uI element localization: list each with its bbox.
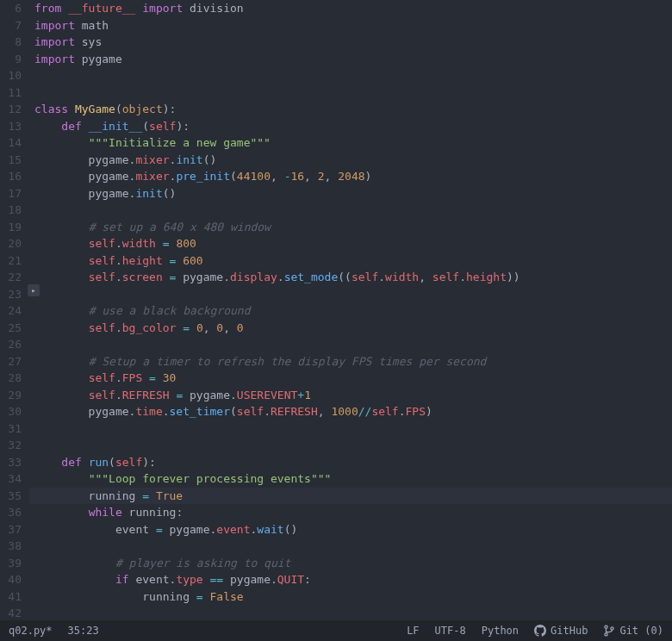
git-branch-icon (603, 625, 615, 637)
line-number: 29 (0, 387, 22, 404)
code-line[interactable]: """Initialize a new game""" (29, 134, 672, 152)
line-number: 21 (0, 252, 22, 270)
line-number: 17 (0, 185, 22, 202)
code-line[interactable]: while running: (29, 504, 672, 521)
status-filename[interactable]: q02.py* (9, 625, 53, 637)
github-icon (534, 625, 546, 637)
line-number: 32 (0, 437, 22, 454)
status-encoding[interactable]: UTF-8 (435, 625, 466, 637)
status-github-label: GitHub (551, 625, 588, 637)
line-number: 27 (0, 353, 22, 370)
line-number: 37 (0, 521, 22, 538)
code-line[interactable] (29, 336, 672, 353)
status-language[interactable]: Python (482, 625, 519, 637)
line-number: 31 (0, 420, 22, 438)
status-git-label: Git (0) (619, 625, 663, 637)
code-editor[interactable]: 6789101112131415161718192021222324252627… (0, 0, 672, 620)
line-number: 16 (0, 168, 22, 185)
line-number: 33 (0, 454, 22, 471)
status-bar: q02.py* 35:23 LF UTF-8 Python GitHub Git… (0, 620, 672, 641)
code-area[interactable]: ▸ from __future__ import divisionimport … (29, 0, 672, 620)
line-number: 20 (0, 235, 22, 252)
line-number: 26 (0, 336, 22, 353)
line-number-gutter: 6789101112131415161718192021222324252627… (0, 0, 29, 620)
code-line[interactable]: self.screen = pygame.display.set_mode((s… (29, 269, 672, 286)
status-github[interactable]: GitHub (534, 625, 588, 637)
line-number: 19 (0, 219, 22, 236)
code-line[interactable]: self.width = 800 (29, 235, 672, 252)
line-number: 34 (0, 470, 22, 488)
code-line[interactable]: def __init__(self): (29, 118, 672, 135)
line-number: 15 (0, 152, 22, 169)
line-number: 10 (0, 67, 22, 84)
code-line[interactable] (29, 420, 672, 438)
status-git[interactable]: Git (0) (603, 625, 663, 637)
code-line[interactable]: def run(self): (29, 454, 672, 471)
line-number: 22 (0, 269, 22, 286)
svg-point-1 (605, 633, 607, 636)
line-number: 40 (0, 571, 22, 588)
code-line[interactable]: class MyGame(object): (29, 101, 672, 118)
line-number: 25 (0, 320, 22, 337)
code-line[interactable]: import sys (29, 34, 672, 51)
line-number: 24 (0, 302, 22, 320)
line-number: 39 (0, 555, 22, 572)
code-line[interactable]: event = pygame.event.wait() (29, 521, 672, 538)
code-line[interactable] (29, 67, 672, 84)
line-number: 7 (0, 17, 22, 34)
code-line[interactable] (29, 437, 672, 454)
code-line[interactable]: # player is asking to quit (29, 555, 672, 572)
code-line[interactable] (29, 84, 672, 102)
code-line[interactable]: if event.type == pygame.QUIT: (29, 571, 672, 588)
line-number: 8 (0, 34, 22, 51)
svg-point-0 (605, 625, 607, 628)
line-number: 11 (0, 84, 22, 102)
line-number: 30 (0, 403, 22, 420)
code-line[interactable] (29, 538, 672, 555)
svg-point-2 (611, 627, 613, 630)
code-line[interactable]: from __future__ import division (29, 0, 672, 17)
code-line[interactable]: # set up a 640 x 480 window (29, 219, 672, 236)
line-number: 12 (0, 101, 22, 118)
line-number: 18 (0, 202, 22, 219)
code-line[interactable]: """Loop forever processing events""" (29, 470, 672, 488)
line-number: 6 (0, 0, 22, 17)
code-line[interactable]: running = True (29, 488, 672, 505)
code-line[interactable]: self.REFRESH = pygame.USEREVENT+1 (29, 387, 672, 404)
code-line[interactable]: self.bg_color = 0, 0, 0 (29, 320, 672, 337)
line-number: 41 (0, 588, 22, 606)
status-cursor-position[interactable]: 35:23 (68, 625, 99, 637)
code-line[interactable]: import math (29, 17, 672, 34)
code-line[interactable]: import pygame (29, 51, 672, 68)
line-number: 38 (0, 538, 22, 555)
line-number: 9 (0, 51, 22, 68)
code-line[interactable]: pygame.init() (29, 185, 672, 202)
line-number: 42 (0, 605, 22, 620)
line-number: 35 (0, 488, 22, 505)
code-line[interactable] (29, 202, 672, 219)
code-line[interactable]: # Setup a timer to refresh the display F… (29, 353, 672, 370)
code-line[interactable]: running = False (29, 588, 672, 606)
code-line[interactable]: pygame.time.set_timer(self.REFRESH, 1000… (29, 403, 672, 420)
line-number: 28 (0, 370, 22, 387)
code-line[interactable]: self.height = 600 (29, 252, 672, 270)
code-line[interactable] (29, 605, 672, 620)
code-line[interactable]: self.FPS = 30 (29, 370, 672, 387)
line-number: 36 (0, 504, 22, 521)
code-line[interactable]: # use a black background (29, 302, 672, 320)
fold-expand-icon[interactable]: ▸ (28, 284, 40, 296)
code-line[interactable]: pygame.mixer.pre_init(44100, -16, 2, 204… (29, 168, 672, 185)
code-line[interactable]: pygame.mixer.init() (29, 152, 672, 169)
code-line[interactable] (29, 286, 672, 303)
status-line-ending[interactable]: LF (407, 625, 419, 637)
line-number: 14 (0, 134, 22, 152)
line-number: 23 (0, 286, 22, 303)
line-number: 13 (0, 118, 22, 135)
